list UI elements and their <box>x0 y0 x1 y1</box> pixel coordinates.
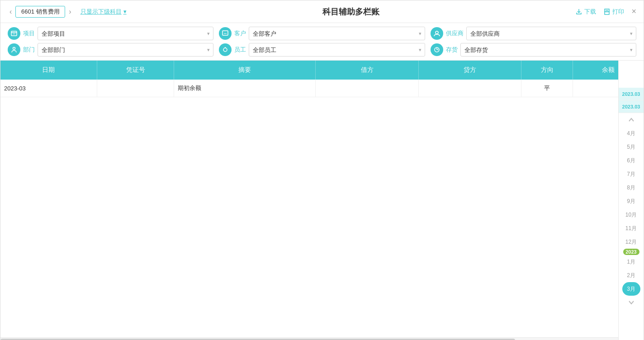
cell-voucher <box>97 80 174 97</box>
sidebar-year-2023[interactable]: 2023 <box>623 249 639 255</box>
sidebar-period-2023-03-2[interactable]: 2023.03 <box>619 100 644 113</box>
sidebar-month-3-active[interactable]: 3月 <box>622 282 640 296</box>
main-window: ‹ 6601 销售费用 › 只显示下级科目 ▾ 科目辅助多栏账 下载 <box>0 0 644 340</box>
ledger-table: 日期 凭证号 摘要 借方 贷方 方向 余额 2023-03 <box>0 61 644 97</box>
department-icon <box>8 43 20 56</box>
employee-label: 员工 <box>234 46 246 54</box>
print-btn[interactable]: 打印 <box>603 8 624 16</box>
sidebar-month-10[interactable]: 10月 <box>622 208 640 222</box>
sidebar-down-btn[interactable] <box>622 296 640 309</box>
customer-select[interactable]: 全部客户 <box>249 27 425 40</box>
filter-area: 项目 全部项目 ▾ 客户 <box>0 23 644 61</box>
table-container[interactable]: 日期 凭证号 摘要 借方 贷方 方向 余额 2023-03 <box>0 61 644 337</box>
employee-icon <box>219 43 232 56</box>
supplier-select[interactable]: 全部供应商 <box>466 27 636 40</box>
cell-summary: 期初余额 <box>174 80 316 97</box>
department-label: 部门 <box>23 46 35 54</box>
cell-credit <box>418 80 521 97</box>
svg-rect-4 <box>11 31 17 36</box>
department-select[interactable]: 全部部门 <box>38 43 213 57</box>
inventory-select-wrapper: 全部存货 ▾ <box>460 43 636 57</box>
download-btn[interactable]: 下载 <box>575 8 596 16</box>
col-date: 日期 <box>0 61 97 80</box>
sidebar-month-8[interactable]: 8月 <box>622 181 640 194</box>
page-title: 科目辅助多栏账 <box>127 6 576 17</box>
print-icon <box>603 8 611 15</box>
filter-row-2: 部门 全部部门 ▾ 员工 <box>8 43 636 57</box>
supplier-filter-item: 供应商 全部供应商 ▾ <box>431 27 636 40</box>
employee-select[interactable]: 全部员工 <box>249 43 425 57</box>
sidebar-month-12[interactable]: 12月 <box>622 235 640 249</box>
chevron-down-icon: ▾ <box>123 8 127 15</box>
close-btn[interactable]: × <box>631 7 636 16</box>
project-icon <box>8 27 20 40</box>
department-filter-item: 部门 全部部门 ▾ <box>8 43 213 57</box>
inventory-filter-item: 存货 全部存货 ▾ <box>431 43 636 57</box>
col-debit: 借方 <box>316 61 419 80</box>
sidebar-month-11[interactable]: 11月 <box>622 222 640 235</box>
inventory-label: 存货 <box>446 46 458 54</box>
sidebar-period-2023-03-1[interactable]: 2023.03 <box>619 88 644 100</box>
supplier-label: 供应商 <box>446 29 464 38</box>
customer-filter-item: 客户 全部客户 ▾ <box>219 27 425 40</box>
col-voucher: 凭证号 <box>97 61 174 80</box>
sidebar-month-5[interactable]: 5月 <box>622 140 640 154</box>
toolbar-right: 下载 打印 <box>575 8 624 16</box>
supplier-icon <box>431 27 443 40</box>
inventory-select[interactable]: 全部存货 <box>460 43 636 57</box>
table-area: 日期 凭证号 摘要 借方 贷方 方向 余额 2023-03 <box>0 61 644 340</box>
svg-rect-2 <box>605 12 609 14</box>
employee-select-wrapper: 全部员工 ▾ <box>249 43 425 57</box>
sidebar-month-1[interactable]: 1月 <box>622 255 640 269</box>
sidebar-month-9[interactable]: 9月 <box>622 194 640 208</box>
department-select-wrapper: 全部部门 ▾ <box>38 43 213 57</box>
customer-label: 客户 <box>234 29 246 38</box>
content-area: 日期 凭证号 摘要 借方 贷方 方向 余额 2023-03 <box>0 61 644 340</box>
project-label: 项目 <box>23 29 35 38</box>
right-sidebar: 2023.03 2023.03 4月 5月 6月 7月 8月 9月 10月 11… <box>618 61 644 340</box>
show-sub-label: 只显示下级科目 <box>80 8 122 16</box>
sidebar-month-6[interactable]: 6月 <box>622 154 640 167</box>
sidebar-up-btn[interactable] <box>622 113 640 127</box>
cell-date: 2023-03 <box>0 80 97 97</box>
sidebar-month-2[interactable]: 2月 <box>622 269 640 282</box>
show-sub-btn[interactable]: 只显示下级科目 ▾ <box>80 8 127 16</box>
project-select-wrapper: 全部项目 ▾ <box>38 27 213 40</box>
svg-point-9 <box>436 31 438 34</box>
cell-direction: 平 <box>521 80 573 97</box>
cell-debit <box>316 80 419 97</box>
col-summary: 摘要 <box>174 61 316 80</box>
sidebar-month-4[interactable]: 4月 <box>622 127 640 140</box>
table-row: 2023-03 期初余额 平 <box>0 80 644 97</box>
customer-select-wrapper: 全部客户 ▾ <box>249 27 425 40</box>
horizontal-scrollbar[interactable] <box>0 337 644 340</box>
next-account-btn[interactable]: › <box>67 8 73 16</box>
download-icon <box>575 8 582 15</box>
customer-icon <box>219 27 232 40</box>
col-credit: 贷方 <box>418 61 521 80</box>
svg-point-10 <box>13 47 15 50</box>
svg-rect-11 <box>223 48 227 52</box>
prev-account-btn[interactable]: ‹ <box>8 8 14 16</box>
project-select[interactable]: 全部项目 <box>38 27 213 40</box>
account-code-display: 6601 销售费用 <box>15 6 65 18</box>
svg-rect-7 <box>223 31 228 35</box>
sidebar-month-7[interactable]: 7月 <box>622 167 640 181</box>
supplier-select-wrapper: 全部供应商 ▾ <box>466 27 636 40</box>
inventory-icon <box>431 43 443 56</box>
col-direction: 方向 <box>521 61 573 80</box>
project-filter-item: 项目 全部项目 ▾ <box>8 27 213 40</box>
top-bar: ‹ 6601 销售费用 › 只显示下级科目 ▾ 科目辅助多栏账 下载 <box>0 0 644 23</box>
filter-row-1: 项目 全部项目 ▾ 客户 <box>8 27 636 40</box>
employee-filter-item: 员工 全部员工 ▾ <box>219 43 425 57</box>
